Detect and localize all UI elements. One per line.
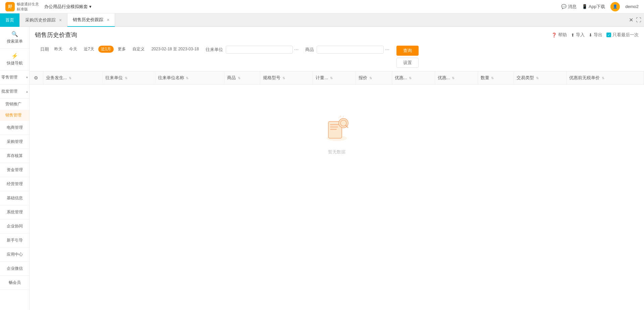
sidebar: 🔍 搜索菜单 ⚡ 快捷导航 零售管理 ▾ 批发管理 ▴ 营销推广 销售管理 电商… [0, 27, 30, 310]
col-spec[interactable]: 规格型号 ⇅ [260, 71, 313, 85]
date-option-more[interactable]: 更多 [115, 46, 128, 53]
sidebar-item-retail-mgmt[interactable]: 零售管理 ▾ [0, 70, 29, 85]
username-label[interactable]: demo2 [625, 4, 639, 9]
empty-state: 暂无数据 [30, 85, 644, 182]
col-biz-date[interactable]: 业务发生... ⇅ [43, 71, 102, 85]
purchase-history-tab-label: 采购历史价跟踪 [25, 17, 56, 23]
date-option-1month[interactable]: 近1月 [98, 46, 114, 53]
tab-close-purchase[interactable]: × [59, 18, 62, 22]
sort-icon-goods: ⇅ [238, 76, 240, 80]
message-button[interactable]: 💬 消息 [561, 4, 577, 10]
svg-rect-3 [330, 126, 338, 127]
sort-icon-trade-type: ⇅ [536, 76, 539, 80]
sidebar-item-quick-nav[interactable]: ⚡ 快捷导航 [0, 49, 29, 70]
sidebar-item-new-guide[interactable]: 新手引导 [0, 234, 29, 248]
query-actions: 查询 设置 [396, 46, 419, 68]
message-icon: 💬 [561, 4, 567, 9]
col-partner-name[interactable]: 往来单位名称 ⇅ [155, 71, 224, 85]
partner-input-wrap: ··· [226, 46, 299, 54]
user-avatar[interactable]: 👤 [610, 2, 620, 11]
sidebar-item-enterprise-wechat[interactable]: 企业微信 [0, 262, 29, 276]
chevron-down-icon: ▾ [26, 75, 28, 79]
maximize-button[interactable]: ⛶ [636, 17, 641, 23]
tab-home[interactable]: 首页 [0, 13, 20, 27]
data-table: ⚙ 业务发生... ⇅ 往来单位 ⇅ 往来单位名称 ⇅ [30, 71, 644, 85]
empty-text: 暂无数据 [328, 149, 345, 155]
col-partner-code[interactable]: 往来单位 ⇅ [102, 71, 155, 85]
top-bar-right: 💬 消息 📱 App下载 👤 demo2 [561, 2, 639, 11]
import-button[interactable]: ⬆ 导入 [571, 32, 585, 38]
sort-icon-qty: ⇅ [491, 76, 494, 80]
sidebar-item-basic-info[interactable]: 基础信息 [0, 191, 29, 205]
sidebar-sub-item-sales-mgmt[interactable]: 销售管理 [0, 110, 29, 121]
partner-filter-label: 往来单位 [206, 47, 223, 53]
date-options: 昨天 今天 近7天 近1月 更多 自定义 [52, 46, 147, 53]
sidebar-item-app-center[interactable]: 应用中心 [0, 248, 29, 262]
col-goods[interactable]: 商品 ⇅ [224, 71, 260, 85]
date-option-7days[interactable]: 近7天 [81, 46, 97, 53]
search-icon: 🔍 [11, 31, 18, 37]
app-selector-label: 办公用品行业模拟账套 [44, 4, 88, 10]
goods-select-button[interactable]: ··· [385, 47, 389, 53]
retail-mgmt-row: 零售管理 ▾ [1, 74, 28, 80]
partner-input[interactable] [226, 46, 293, 54]
chevron-down-icon: ▾ [89, 4, 92, 9]
date-option-custom[interactable]: 自定义 [130, 46, 147, 53]
sidebar-item-finance[interactable]: 资金管理 [0, 163, 29, 177]
tab-purchase-history[interactable]: 采购历史价跟踪 × [20, 13, 67, 27]
download-icon: 📱 [582, 4, 587, 9]
date-range-display: 2023-02-18 至 2023-03-18 [151, 46, 199, 52]
goods-input[interactable] [317, 46, 384, 54]
col-trade-type[interactable]: 交易类型 ⇅ [514, 71, 567, 85]
query-button[interactable]: 查询 [396, 46, 419, 56]
col-unit[interactable]: 计量... ⇅ [313, 71, 356, 85]
sidebar-item-operation[interactable]: 经营管理 [0, 177, 29, 191]
app-selector[interactable]: 办公用品行业模拟账套 ▾ [42, 2, 94, 11]
export-button[interactable]: ⬇ 导出 [589, 32, 602, 38]
last-only-checkbox[interactable]: ✓ [606, 33, 611, 37]
top-bar: 好 畅捷通好生意 标准版 办公用品行业模拟账套 ▾ 💬 消息 📱 App下载 👤… [0, 0, 644, 13]
settings-button[interactable]: 设置 [396, 58, 419, 68]
column-settings-icon[interactable]: ⚙ [34, 75, 38, 81]
tab-bar: 首页 采购历史价跟踪 × 销售历史价跟踪 × ✕ ⛶ [0, 13, 644, 27]
chevron-up-icon: ▴ [26, 90, 28, 93]
sidebar-item-inventory[interactable]: 库存核算 [0, 149, 29, 163]
sort-icon-partner-name: ⇅ [186, 76, 189, 80]
main-layout: 🔍 搜索菜单 ⚡ 快捷导航 零售管理 ▾ 批发管理 ▴ 营销推广 销售管理 电商… [0, 27, 644, 310]
date-option-yesterday[interactable]: 昨天 [52, 46, 65, 53]
col-pre-tax-price[interactable]: 优惠前无税单价 ⇅ [567, 71, 644, 85]
table-header: ⚙ 业务发生... ⇅ 往来单位 ⇅ 往来单位名称 ⇅ [30, 71, 644, 85]
col-quote[interactable]: 报价 ⇅ [356, 71, 392, 85]
table-header-row: ⚙ 业务发生... ⇅ 往来单位 ⇅ 往来单位名称 ⇅ [30, 71, 644, 85]
col-settings[interactable]: ⚙ [30, 71, 43, 85]
app-download-button[interactable]: 📱 App下载 [582, 4, 605, 10]
goods-filter-group: 商品 ··· [305, 46, 389, 54]
sidebar-item-search-menu[interactable]: 🔍 搜索菜单 [0, 27, 29, 49]
col-qty[interactable]: 数量 ⇅ [478, 71, 514, 85]
sidebar-item-ecommerce[interactable]: 电商管理 [0, 121, 29, 135]
sidebar-item-member[interactable]: 畅会员 [0, 276, 29, 290]
sort-icon-partner-code: ⇅ [125, 76, 127, 80]
close-window-button[interactable]: ✕ [629, 17, 633, 23]
sidebar-item-wholesale-mgmt[interactable]: 批发管理 ▴ [0, 85, 29, 99]
sort-icon-quote: ⇅ [369, 76, 372, 80]
sidebar-item-purchase[interactable]: 采购管理 [0, 135, 29, 149]
help-button[interactable]: ❓ 帮助 [551, 32, 567, 38]
tab-close-sales[interactable]: × [107, 17, 109, 22]
tab-sales-history[interactable]: 销售历史价跟踪 × [67, 13, 115, 27]
col-discount2[interactable]: 优惠... ⇅ [435, 71, 478, 85]
goods-input-wrap: ··· [317, 46, 389, 54]
page-title-row: 销售历史价查询 ❓ 帮助 ⬆ 导入 ⬇ 导出 ✓ [35, 31, 639, 39]
date-filter-label: 日期 [40, 46, 49, 52]
sidebar-sub-item-marketing[interactable]: 营销推广 [0, 99, 29, 110]
page-header-actions: ❓ 帮助 ⬆ 导入 ⬇ 导出 ✓ 只看最后一次 [551, 32, 639, 38]
col-discount1[interactable]: 优惠... ⇅ [392, 71, 435, 85]
date-option-today[interactable]: 今天 [66, 46, 80, 53]
partner-select-button[interactable]: ··· [294, 47, 299, 53]
svg-line-10 [343, 116, 344, 117]
page-title: 销售历史价查询 [35, 31, 77, 39]
goods-filter-label: 商品 [305, 47, 314, 53]
sidebar-item-enterprise-collab[interactable]: 企业协同 [0, 219, 29, 234]
svg-rect-2 [330, 124, 340, 125]
sidebar-item-system[interactable]: 系统管理 [0, 205, 29, 219]
